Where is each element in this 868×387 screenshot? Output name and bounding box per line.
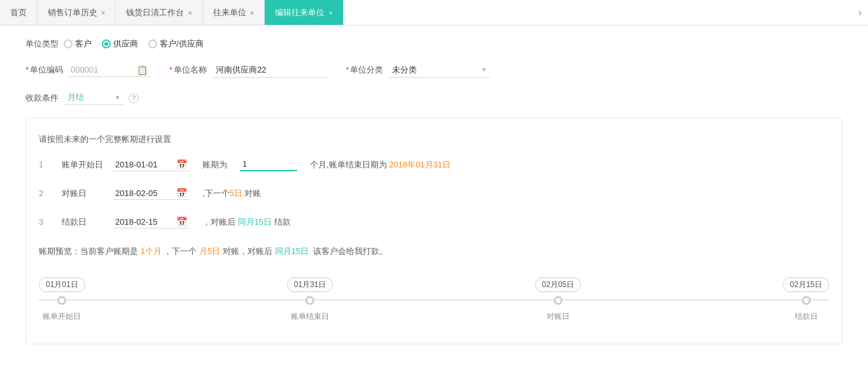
- step-label-3: 结款日: [62, 216, 100, 228]
- step-label-1: 账单开始日: [62, 159, 100, 171]
- step-row-2: 2 对账日 📅 ,下一个5日 对账: [39, 186, 829, 200]
- tab-edit-partner[interactable]: 编辑往来单位 ×: [265, 0, 343, 25]
- timeline-badge-0: 01月01日: [39, 278, 85, 292]
- timeline-points: 01月01日 账单开始日 01月31日 账单结束日 02月05日: [39, 278, 829, 322]
- start-date-calendar-icon[interactable]: 📅: [176, 159, 187, 169]
- radio-supplier[interactable]: 供应商: [102, 38, 138, 50]
- payment-terms-label: 收款条件: [25, 92, 59, 104]
- unit-info-row: *单位编码 📋 *单位名称 *单位分类 未分类 ▾: [25, 62, 843, 78]
- unit-type-row: 单位类型 客户 供应商 客户/供应商: [25, 38, 843, 50]
- step-label-2: 对账日: [62, 188, 100, 199]
- unit-code-input[interactable]: [71, 65, 134, 74]
- timeline-dot-0: [57, 296, 66, 305]
- tab-expand-icon[interactable]: ›: [852, 0, 868, 25]
- billing-cycle-panel: 请按照未来的一个完整帐期进行设置 1 账单开始日 📅 账期为 个月,账单结束日期…: [25, 118, 843, 344]
- tab-cash-close-icon[interactable]: ×: [188, 9, 192, 17]
- payment-terms-field: 收款条件 月结 ▾ ?: [25, 90, 139, 105]
- end-date-highlight: 2018年01月31日: [389, 160, 451, 169]
- radio-customer-label: 客户: [75, 38, 92, 50]
- preview-mid1: ，下一个: [164, 246, 197, 256]
- tab-cash-label: 钱货日清工作台: [126, 7, 184, 18]
- step2-orange-text: 5日: [230, 188, 242, 198]
- tab-sales-close-icon[interactable]: ×: [101, 9, 105, 17]
- timeline-label-2: 对账日: [547, 311, 570, 322]
- timeline-label-0: 账单开始日: [43, 311, 81, 322]
- unit-name-field: *单位名称: [169, 62, 326, 78]
- step-num-3: 3: [39, 217, 49, 227]
- tab-home-label: 首页: [10, 7, 27, 18]
- step-num-1: 1: [39, 160, 49, 169]
- timeline-badge-2: 02月05日: [535, 278, 582, 292]
- unit-code-input-wrap: 📋: [68, 64, 150, 77]
- preview-prefix: 账期预览：当前客户账期是: [39, 246, 138, 256]
- timeline-dot-2: [554, 296, 563, 305]
- tab-home[interactable]: 首页: [0, 0, 38, 25]
- tab-edit-partner-close-icon[interactable]: ×: [328, 9, 332, 17]
- preview-orange1: 1个月: [141, 246, 162, 256]
- timeline-dot-1: [305, 296, 314, 305]
- unit-category-value: 未分类: [392, 64, 417, 76]
- radio-customer-circle: [64, 39, 73, 48]
- unit-category-field: *单位分类 未分类 ▾: [346, 63, 490, 78]
- preview-teal: 同月15日: [275, 246, 309, 256]
- radio-customer[interactable]: 客户: [64, 38, 92, 50]
- category-chevron-icon: ▾: [482, 66, 486, 74]
- help-icon[interactable]: ?: [129, 93, 139, 103]
- timeline-dot-inner-1: [307, 298, 312, 303]
- tab-partner[interactable]: 往来单位 ×: [203, 0, 265, 25]
- tab-sales-label: 销售订单历史: [48, 7, 97, 18]
- tab-sales-order-history[interactable]: 销售订单历史 ×: [38, 0, 116, 25]
- unit-type-field: 单位类型 客户 供应商 客户/供应商: [25, 38, 204, 50]
- tab-cash-work[interactable]: 钱货日清工作台 ×: [116, 0, 202, 25]
- tab-partner-label: 往来单位: [213, 7, 246, 18]
- main-content: 单位类型 客户 供应商 客户/供应商 *单位编码: [0, 25, 868, 387]
- tab-bar: 首页 销售订单历史 × 钱货日清工作台 × 往来单位 × 编辑往来单位 × ›: [0, 0, 868, 25]
- tab-edit-partner-label: 编辑往来单位: [275, 7, 325, 18]
- payment-terms-value: 月结: [67, 92, 84, 103]
- unit-code-field: *单位编码 📋: [25, 64, 150, 77]
- step2-suffix: ,下一个5日 对账: [202, 188, 261, 199]
- unit-category-label: *单位分类: [346, 64, 383, 76]
- period-suffix-after: 个月,账单结束日期为 2018年01月31日: [310, 159, 451, 171]
- timeline-badge-1: 01月31日: [287, 278, 333, 292]
- reconcile-date-input-wrap: 📅: [113, 186, 190, 200]
- step-row-1: 1 账单开始日 📅 账期为 个月,账单结束日期为 2018年01月31日: [39, 158, 829, 171]
- timeline-label-1: 账单结束日: [291, 311, 329, 322]
- timeline-point-3: 02月15日 结款日: [783, 278, 829, 322]
- timeline-badge-3: 02月15日: [783, 278, 829, 292]
- reconcile-date-input[interactable]: [115, 188, 172, 198]
- radio-supplier-circle: [102, 39, 111, 48]
- preview-mid2: 对账，对账后: [223, 246, 272, 256]
- period-input[interactable]: [240, 158, 297, 171]
- reconcile-date-calendar-icon[interactable]: 📅: [176, 188, 187, 198]
- unit-name-input[interactable]: [212, 62, 326, 78]
- timeline-point-2: 02月05日 对账日: [535, 278, 582, 322]
- payment-terms-row: 收款条件 月结 ▾ ?: [25, 90, 843, 105]
- payment-date-calendar-icon[interactable]: 📅: [176, 216, 187, 227]
- preview-text: 账期预览：当前客户账期是 1个月 ，下一个 月5日 对账，对账后 同月15日 该…: [39, 244, 829, 258]
- unit-type-radio-group: 客户 供应商 客户/供应商: [64, 38, 204, 50]
- step-row-3: 3 结款日 📅 ，对账后 同月15日 结款: [39, 215, 829, 229]
- unit-type-label: 单位类型: [25, 38, 59, 50]
- timeline: 01月01日 账单开始日 01月31日 账单结束日 02月05日: [39, 271, 829, 328]
- timeline-label-3: 结款日: [795, 311, 818, 322]
- step3-teal-text: 同月15日: [238, 217, 272, 227]
- radio-both[interactable]: 客户/供应商: [148, 38, 204, 50]
- step3-suffix: ，对账后 同月15日 结款: [202, 216, 291, 228]
- payment-terms-dropdown[interactable]: 月结 ▾: [64, 90, 123, 105]
- tab-partner-close-icon[interactable]: ×: [250, 9, 254, 17]
- timeline-dot-inner-3: [804, 298, 809, 303]
- timeline-point-0: 01月01日 账单开始日: [39, 278, 85, 322]
- unit-category-dropdown[interactable]: 未分类 ▾: [388, 63, 490, 78]
- payment-date-input-wrap: 📅: [113, 215, 190, 229]
- unit-name-label: *单位名称: [169, 64, 207, 76]
- preview-orange2: 月5日: [199, 246, 220, 256]
- copy-icon[interactable]: 📋: [137, 65, 148, 75]
- panel-description: 请按照未来的一个完整帐期进行设置: [39, 134, 829, 145]
- timeline-dot-3: [802, 296, 811, 305]
- payment-terms-chevron-icon: ▾: [116, 94, 120, 102]
- radio-both-circle: [148, 39, 157, 48]
- unit-code-label: *单位编码: [25, 64, 63, 76]
- start-date-input[interactable]: [115, 160, 172, 169]
- payment-date-input[interactable]: [115, 217, 172, 227]
